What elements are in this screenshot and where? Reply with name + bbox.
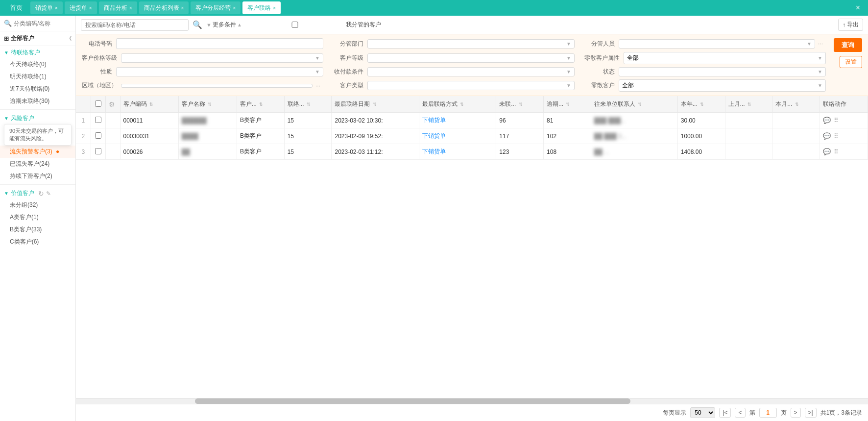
scatter-customer-select[interactable]: 全部 ▼ [619,79,826,92]
sidebar-item-overdue-pending[interactable]: 逾期未联络(30) [0,95,75,107]
last-page-button[interactable]: >| [805,408,817,418]
edit-icon[interactable]: ✎ [46,190,51,197]
payment-select[interactable]: ▼ [367,67,575,76]
sort-arrows-last-month[interactable]: ⇅ [747,102,751,107]
prev-page-button[interactable]: < [735,408,745,418]
close-purchase-order-tab[interactable]: × [89,5,92,11]
settings-button[interactable]: 设置 [840,56,862,68]
chat-icon[interactable]: 💬 [823,148,831,155]
scrollbar-thumb[interactable] [195,398,630,404]
more-actions-icon[interactable]: ⠿ [834,117,839,124]
first-page-button[interactable]: |< [719,408,731,418]
tab-customer-contact[interactable]: 客户联络 × [242,1,281,14]
manager-select[interactable]: ▼ [619,39,815,49]
collapse-icon[interactable]: 《 [67,35,72,42]
cell-name: ████ [178,128,237,144]
horizontal-scrollbar[interactable] [76,398,868,404]
phone-input[interactable] [116,38,323,49]
sort-arrows-unit-contact[interactable]: ⇅ [638,102,642,107]
sort-arrows-code[interactable]: ⇅ [149,102,153,107]
sidebar-search-icon: 🔍 [4,20,12,27]
refresh-icon[interactable]: ↻ [38,190,44,198]
sidebar-item-declining[interactable]: 持续下滑客户(2) [0,170,75,182]
region-select[interactable] [121,84,313,88]
cell-rownum: 3 [76,144,91,160]
tab-purchase-order[interactable]: 进货单 × [65,1,97,14]
sort-arrows-last-contact-method[interactable]: ⇅ [460,102,464,107]
cell-last-contact-method: 下销货单 [419,144,496,160]
customer-tier-select[interactable]: ▼ [367,53,575,63]
filter-payment: 收付款条件 ▼ [333,67,575,76]
filter-bar: 🔍 ▼ 更多条件 ▲ 我分管的客户 ↑ 导出 [76,16,868,34]
last-contact-method-link[interactable]: 下销货单 [422,132,446,139]
tab-customer-tier[interactable]: 客户分层经营 × [191,1,241,14]
row-checkbox[interactable] [95,148,101,154]
cell-checkbox[interactable] [91,128,105,144]
close-product-analysis-list-tab[interactable]: × [181,5,184,11]
sidebar-item-class-b[interactable]: B类客户(33) [0,223,75,236]
sidebar-item-unassigned[interactable]: 未分组(32) [0,199,75,211]
sidebar-item-class-a[interactable]: A类客户(1) [0,211,75,223]
export-button[interactable]: ↑ 导出 [838,19,863,31]
last-contact-method-link[interactable]: 下销货单 [422,148,446,155]
close-customer-tier-tab[interactable]: × [233,5,236,11]
sidebar-section-value[interactable]: ▼ 价值客户 ↻ ✎ [0,187,75,199]
next-page-button[interactable]: > [791,408,801,418]
sort-arrows-last-contact-date[interactable]: ⇅ [373,102,377,107]
select-all-checkbox[interactable] [95,100,101,107]
home-tab[interactable]: 首页 [4,0,28,16]
sort-arrows-name[interactable]: ⇅ [208,102,212,107]
dept-select[interactable]: ▼ [367,39,575,49]
sort-arrows-contact[interactable]: ⇅ [307,102,311,107]
sidebar-item-week-pending[interactable]: 近7天待联络(0) [0,83,75,95]
chat-icon[interactable]: 💬 [823,117,831,124]
manager-more-icon[interactable]: ··· [815,40,826,47]
scatter-attr-select[interactable]: 全部 ▼ [624,52,826,64]
nature-select[interactable]: ▼ [116,67,323,76]
table-body: 1 000011 ██████ B类客户 15 2023-03-02 10:30… [76,113,868,160]
sidebar-section-pending[interactable]: ▼ 待联络客户 [0,46,75,58]
th-unit-contact: 往来单位联系人 ⇅ [591,96,677,113]
sidebar-item-churn-warning[interactable]: 流失预警客户(3) ● [0,146,75,158]
cell-checkbox[interactable] [91,113,105,128]
page-size-select[interactable]: 50 20 100 [690,407,715,418]
row-checkbox[interactable] [95,117,101,123]
close-sales-order-tab[interactable]: × [55,5,58,11]
sidebar-section-risk[interactable]: ▼ 风险客户 [0,112,75,124]
tab-product-analysis-list[interactable]: 商品分析列表 × [139,1,189,14]
more-actions-icon[interactable]: ⠿ [834,132,839,140]
status-select[interactable]: ▼ [619,67,826,76]
sort-arrows-uncontacted[interactable]: ⇅ [519,102,523,107]
search-button[interactable]: 🔍 [193,20,202,29]
search-input[interactable] [81,19,189,31]
sort-arrows-this-year[interactable]: ⇅ [700,102,704,107]
cell-checkbox[interactable] [91,144,105,160]
sidebar-all-customers[interactable]: ⊞ 全部客户 《 [0,31,75,46]
row-checkbox[interactable] [95,132,101,139]
close-all-tabs-button[interactable]: × [852,3,864,12]
sort-arrows-this-month[interactable]: ⇅ [795,102,799,107]
chat-icon[interactable]: 💬 [823,132,831,140]
sidebar-item-tomorrow-pending[interactable]: 明天待联络(1) [0,71,75,83]
last-contact-method-link[interactable]: 下销货单 [422,117,446,124]
region-more-icon[interactable]: ··· [313,82,323,89]
more-actions-icon[interactable]: ⠿ [834,148,839,155]
sidebar-item-today-pending[interactable]: 今天待联络(0) [0,58,75,71]
close-customer-contact-tab[interactable]: × [273,5,276,11]
customer-type-select[interactable]: ▼ [367,81,575,90]
page-number-input[interactable] [759,408,777,418]
sort-arrows-overdue[interactable]: ⇅ [566,102,570,107]
more-conditions-button[interactable]: ▼ 更多条件 ▲ [206,21,242,29]
query-button[interactable]: 查询 [834,38,862,52]
tab-sales-order[interactable]: 销货单 × [30,1,63,14]
price-tier-select[interactable]: ▼ [121,53,323,63]
sidebar-item-class-c[interactable]: C类客户(6) [0,236,75,248]
sort-arrows-level[interactable]: ⇅ [259,102,263,107]
sidebar-item-churned[interactable]: 已流失客户(24) [0,158,75,170]
table-settings-icon[interactable]: ⚙ [109,100,115,108]
close-product-analysis-tab[interactable]: × [129,5,132,11]
my-customers-checkbox-label[interactable]: 我分管的客户 [246,21,381,29]
sidebar-search-input[interactable] [14,20,76,27]
my-customers-checkbox[interactable] [246,22,344,28]
tab-product-analysis[interactable]: 商品分析 × [99,1,137,14]
